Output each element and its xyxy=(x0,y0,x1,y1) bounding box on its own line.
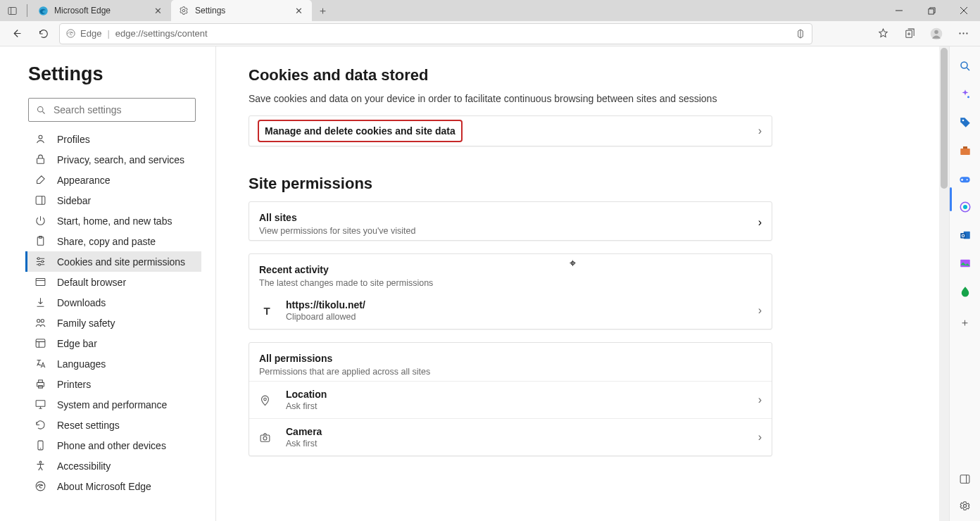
svg-point-36 xyxy=(962,120,964,122)
settings-search-input[interactable] xyxy=(54,104,188,115)
brush-icon xyxy=(34,174,47,186)
clipboard-icon xyxy=(34,235,47,247)
svg-rect-37 xyxy=(960,149,970,155)
recent-sub: The latest changes made to site permissi… xyxy=(259,278,762,288)
refresh-button[interactable] xyxy=(32,23,55,44)
svg-rect-20 xyxy=(36,279,45,286)
all-sites-sub: View permissions for sites you've visite… xyxy=(259,226,762,236)
sparkle-icon[interactable] xyxy=(957,86,974,103)
sliders-icon xyxy=(34,256,47,268)
permission-location[interactable]: Location Ask first › xyxy=(249,381,772,418)
nav-label: Family safety xyxy=(57,318,115,329)
shopping-tag-icon[interactable] xyxy=(957,114,974,131)
tab-close-icon[interactable]: ✕ xyxy=(151,4,164,17)
tab-close-icon[interactable]: ✕ xyxy=(292,4,305,17)
profile-button[interactable] xyxy=(925,23,948,44)
nav-label: Reset settings xyxy=(57,420,120,431)
menu-button[interactable] xyxy=(952,23,974,44)
nav-edge-bar[interactable]: Edge bar xyxy=(25,333,201,353)
back-button[interactable] xyxy=(6,23,28,44)
nav-downloads[interactable]: Downloads xyxy=(25,292,201,313)
new-tab-button[interactable]: ＋ xyxy=(312,4,333,18)
profile-icon xyxy=(34,133,47,145)
nav-label: Downloads xyxy=(57,297,106,308)
nav-start[interactable]: Start, home, and new tabs xyxy=(25,211,201,231)
panel-icon xyxy=(34,194,47,206)
toolbox-icon[interactable] xyxy=(957,142,974,159)
image-tool-icon[interactable] xyxy=(957,255,974,272)
nav-family[interactable]: Family safety xyxy=(25,313,201,333)
nav-printers[interactable]: Printers xyxy=(25,374,201,394)
settings-search[interactable] xyxy=(28,98,196,122)
perm-status: Ask first xyxy=(286,439,322,448)
window-maximize-button[interactable] xyxy=(915,0,948,21)
svg-point-10 xyxy=(966,32,967,34)
sidebar-add-button[interactable]: ＋ xyxy=(957,314,974,331)
nav-system[interactable]: System and performance xyxy=(25,394,201,415)
all-permissions-card: All permissions Permissions that are app… xyxy=(249,342,772,456)
all-sites-card[interactable]: All sites View permissions for sites you… xyxy=(249,201,772,241)
svg-rect-47 xyxy=(960,475,969,482)
gear-icon xyxy=(178,5,189,16)
svg-rect-27 xyxy=(36,401,45,407)
svg-rect-32 xyxy=(260,434,270,441)
nav-reset[interactable]: Reset settings xyxy=(25,415,201,435)
nav-share[interactable]: Share, copy and paste xyxy=(25,231,201,251)
accessibility-icon xyxy=(34,460,47,472)
outlook-icon[interactable] xyxy=(957,227,974,244)
perm-name: Location xyxy=(286,389,327,400)
nav-privacy[interactable]: Privacy, search, and services xyxy=(25,149,201,170)
cookies-heading: Cookies and data stored xyxy=(249,66,939,84)
nav-label: Appearance xyxy=(57,175,111,186)
nav-languages[interactable]: Languages xyxy=(25,353,201,374)
copilot-icon[interactable] xyxy=(957,199,974,215)
svg-point-34 xyxy=(961,62,967,68)
content-scrollbar[interactable] xyxy=(939,46,949,521)
nav-label: Languages xyxy=(57,358,106,370)
permission-camera[interactable]: Camera Ask first › xyxy=(249,418,772,456)
browser-toolbar: Edge | edge://settings/content xyxy=(0,21,980,46)
nav-label: Default browser xyxy=(57,277,126,288)
read-aloud-icon[interactable] xyxy=(795,28,806,39)
phone-icon xyxy=(34,439,47,451)
nav-label: Printers xyxy=(57,379,91,390)
manage-cookies-row[interactable]: Manage and delete cookies and site data … xyxy=(249,115,772,146)
nav-accessibility[interactable]: Accessibility xyxy=(25,456,201,476)
search-tool-icon[interactable] xyxy=(957,58,974,75)
location-icon xyxy=(259,394,275,406)
nav-appearance[interactable]: Appearance xyxy=(25,170,201,190)
nav-default-browser[interactable]: Default browser xyxy=(25,272,201,292)
all-perms-sub: Permissions that are applied across all … xyxy=(259,367,762,377)
nav-profiles[interactable]: Profiles xyxy=(25,129,201,149)
scrollbar-thumb[interactable] xyxy=(941,48,948,189)
sidebar-panel-toggle-icon[interactable] xyxy=(957,470,974,487)
svg-point-9 xyxy=(962,32,964,34)
svg-point-40 xyxy=(967,179,968,180)
recent-site-row[interactable]: T https://tikolu.net/ Clipboard allowed … xyxy=(249,292,772,329)
svg-rect-23 xyxy=(36,339,45,347)
svg-point-18 xyxy=(42,260,44,263)
nav-cookies[interactable]: Cookies and site permissions xyxy=(25,251,201,272)
edge-icon xyxy=(34,480,47,492)
tab-actions-icon[interactable] xyxy=(0,6,24,16)
address-bar[interactable]: Edge | edge://settings/content xyxy=(59,23,812,44)
nav-about[interactable]: About Microsoft Edge xyxy=(25,476,201,496)
window-titlebar: Microsoft Edge ✕ Settings ✕ ＋ xyxy=(0,0,980,21)
chevron-right-icon: › xyxy=(758,304,762,317)
nav-phone[interactable]: Phone and other devices xyxy=(25,435,201,456)
tab-settings[interactable]: Settings ✕ xyxy=(171,0,312,21)
games-icon[interactable] xyxy=(957,170,974,187)
nav-sidebar[interactable]: Sidebar xyxy=(25,190,201,211)
tab-title: Microsoft Edge xyxy=(54,6,111,15)
favorites-button[interactable] xyxy=(872,23,894,44)
window-close-button[interactable] xyxy=(948,0,980,21)
sidebar-settings-icon[interactable] xyxy=(957,497,974,514)
site-favicon-letter: T xyxy=(259,303,275,318)
window-minimize-button[interactable] xyxy=(883,0,915,21)
nav-label: Share, copy and paste xyxy=(57,236,156,247)
collections-button[interactable] xyxy=(898,23,921,44)
svg-rect-13 xyxy=(37,158,44,163)
svg-point-48 xyxy=(963,504,966,507)
drop-icon[interactable] xyxy=(957,283,974,300)
tab-microsoft-edge[interactable]: Microsoft Edge ✕ xyxy=(30,0,171,21)
